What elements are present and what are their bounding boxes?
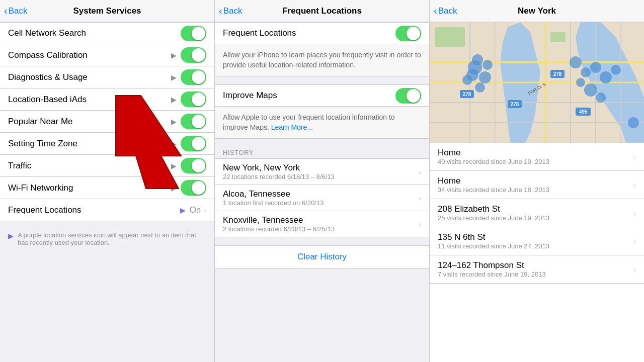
learn-more-link[interactable]: Learn More... <box>271 123 313 131</box>
left-scroll-area: Cell Network Search Compass Calibration … <box>0 22 214 362</box>
middle-back-label: Back <box>223 6 243 16</box>
diagnostics-usage-item[interactable]: Diagnostics & Usage ▶ <box>0 66 214 88</box>
location-item-thompson-st[interactable]: 124–162 Thompson St 7 visits recorded si… <box>430 255 644 284</box>
right-nav-bar: ‹ Back New York <box>430 0 644 22</box>
location-home-2-chevron-icon: › <box>633 181 636 189</box>
compass-calibration-item[interactable]: Compass Calibration ▶ <box>0 44 214 66</box>
frequent-locations-desc-text: Allow your iPhone to learn places you fr… <box>223 50 421 70</box>
frequent-locations-main-toggle[interactable] <box>395 26 421 41</box>
clear-history-label: Clear History <box>297 252 347 262</box>
improve-maps-item[interactable]: Improve Maps <box>215 84 429 107</box>
location-based-iads-label: Location-Based iAds <box>8 95 171 105</box>
traffic-item[interactable]: Traffic ▶ <box>0 155 214 177</box>
cell-network-search-item[interactable]: Cell Network Search <box>0 22 214 44</box>
right-nav-title: New York <box>518 6 556 16</box>
history-item-knoxville[interactable]: Knoxville, Tennessee 2 locations recorde… <box>215 211 429 237</box>
frequent-locations-panel: ‹ Back Frequent Locations Frequent Locat… <box>215 0 430 362</box>
new-york-location-list: Home 40 visits recorded since June 19, 2… <box>430 143 644 362</box>
popular-toggle[interactable] <box>181 114 206 129</box>
svg-point-25 <box>576 78 585 87</box>
left-back-label: Back <box>9 6 28 16</box>
iads-toggle[interactable] <box>181 92 206 107</box>
left-back-button[interactable]: ‹ Back <box>4 5 27 17</box>
map-svg: 278 278 278 495 FDR Dr S <box>430 22 644 143</box>
location-item-home-1[interactable]: Home 40 visits recorded since June 19, 2… <box>430 143 644 171</box>
location-item-home-2[interactable]: Home 34 visits recorded since June 18, 2… <box>430 171 644 199</box>
clear-history-button[interactable]: Clear History <box>215 245 429 268</box>
setting-time-zone-item[interactable]: Setting Time Zone ▶ <box>0 133 214 155</box>
map-view[interactable]: 278 278 278 495 FDR Dr S <box>430 22 644 143</box>
popular-near-me-item[interactable]: Popular Near Me ▶ <box>0 111 214 133</box>
traffic-location-icon: ▶ <box>171 162 177 170</box>
popular-location-icon: ▶ <box>171 118 177 126</box>
location-thompson-chevron-icon: › <box>633 265 636 274</box>
frequent-locations-label: Frequent Locations <box>8 205 180 215</box>
history-item-knoxville-info: Knoxville, Tennessee 2 locations recorde… <box>223 215 419 233</box>
history-item-new-york-info: New York, New York 22 locations recorded… <box>223 163 419 180</box>
location-item-elizabeth-st[interactable]: 208 Elizabeth St 25 visits recorded sinc… <box>430 199 644 227</box>
improve-maps-toggle[interactable] <box>395 88 421 104</box>
location-home-2-info: Home 34 visits recorded since June 18, 2… <box>438 176 633 194</box>
frequent-locations-icon: ▶ <box>180 206 186 214</box>
diagnostics-toggle[interactable] <box>181 69 206 85</box>
wifi-toggle[interactable] <box>181 180 206 196</box>
left-back-chevron-icon: ‹ <box>4 5 8 17</box>
traffic-label: Traffic <box>8 161 171 171</box>
history-item-knoxville-name: Knoxville, Tennessee <box>223 215 419 225</box>
history-item-alcoa-info: Alcoa, Tennessee 1 location first record… <box>223 189 419 207</box>
svg-point-24 <box>611 65 621 75</box>
left-nav-title: System Services <box>73 6 141 16</box>
right-back-label: Back <box>438 6 457 16</box>
compass-calibration-toggle[interactable] <box>181 47 206 63</box>
wifi-networking-item[interactable]: Wi-Fi Networking ▶ <box>0 177 214 199</box>
compass-calibration-location-icon: ▶ <box>171 51 177 59</box>
svg-point-17 <box>482 60 493 70</box>
footer-location-icon: ▶ <box>8 232 14 240</box>
svg-point-20 <box>570 56 582 68</box>
svg-point-15 <box>475 82 485 93</box>
history-knoxville-chevron-icon: › <box>419 220 421 228</box>
cell-network-search-label: Cell Network Search <box>8 28 181 38</box>
location-item-6th-st[interactable]: 135 N 6th St 11 visits recorded since Ju… <box>430 227 644 255</box>
location-thompson-info: 124–162 Thompson St 7 visits recorded si… <box>438 260 633 278</box>
history-item-new-york[interactable]: New York, New York 22 locations recorded… <box>215 159 429 185</box>
history-item-knoxville-sub: 2 locations recorded 6/20/13 – 6/25/13 <box>223 225 419 233</box>
cell-network-search-toggle[interactable] <box>181 26 206 41</box>
frequent-locations-toggle-item[interactable]: Frequent Locations <box>215 22 429 44</box>
middle-scroll-area: Frequent Locations Allow your iPhone to … <box>215 22 429 362</box>
location-home-1-info: Home 40 visits recorded since June 19, 2… <box>438 148 633 165</box>
traffic-toggle[interactable] <box>181 158 206 173</box>
compass-calibration-label: Compass Calibration <box>8 50 171 60</box>
location-services-footer: ▶ A purple location services icon will a… <box>0 225 214 252</box>
timezone-location-icon: ▶ <box>171 140 177 148</box>
history-section-header: HISTORY <box>215 145 429 158</box>
frequent-locations-value: On <box>190 205 201 215</box>
svg-point-23 <box>600 71 612 83</box>
middle-nav-title: Frequent Locations <box>282 6 362 16</box>
right-back-button[interactable]: ‹ Back <box>434 5 457 17</box>
learn-more-text: Learn More... <box>271 123 313 131</box>
timezone-toggle[interactable] <box>181 136 206 151</box>
popular-near-me-label: Popular Near Me <box>8 117 171 127</box>
wifi-networking-label: Wi-Fi Networking <box>8 183 171 193</box>
history-item-new-york-sub: 22 locations recorded 6/18/13 – 8/6/13 <box>223 173 419 180</box>
middle-back-button[interactable]: ‹ Back <box>219 5 242 17</box>
frequent-locations-item[interactable]: Frequent Locations ▶ On › <box>0 199 214 221</box>
location-home-2-sub: 34 visits recorded since June 18, 2013 <box>438 186 633 194</box>
svg-point-18 <box>472 54 483 65</box>
iads-location-icon: ▶ <box>171 96 177 104</box>
location-6th-info: 135 N 6th St 11 visits recorded since Ju… <box>438 232 633 250</box>
history-item-alcoa[interactable]: Alcoa, Tennessee 1 location first record… <box>215 185 429 211</box>
svg-point-28 <box>628 117 639 128</box>
location-elizabeth-chevron-icon: › <box>633 209 636 217</box>
history-item-new-york-name: New York, New York <box>223 163 419 173</box>
location-based-iads-item[interactable]: Location-Based iAds ▶ <box>0 88 214 111</box>
location-6th-chevron-icon: › <box>633 237 636 245</box>
location-thompson-sub: 7 visits recorded since June 19, 2013 <box>438 270 633 278</box>
svg-text:278: 278 <box>553 71 562 77</box>
history-alcoa-chevron-icon: › <box>419 194 421 202</box>
location-elizabeth-sub: 25 visits recorded since June 19, 2013 <box>438 214 633 222</box>
right-back-chevron-icon: ‹ <box>434 5 437 17</box>
diagnostics-usage-label: Diagnostics & Usage <box>8 72 171 82</box>
left-nav-bar: ‹ Back System Services <box>0 0 214 22</box>
